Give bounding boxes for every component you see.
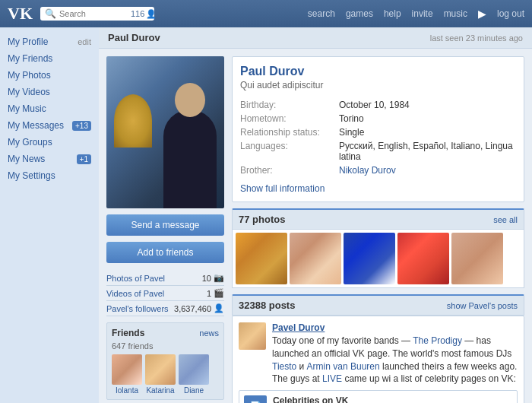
photos-section-bar: 77 photos see all [232, 208, 524, 230]
info-table: Birthday: October 10, 1984 Hometown: Tor… [240, 98, 516, 177]
person-head [175, 83, 205, 117]
friend-item-0: Iolanta [112, 354, 142, 395]
repost-title: Celebrities on VK [273, 395, 396, 403]
repost-page-icon: 📄 [244, 395, 267, 403]
profile-content: Send a message Add to friends Photos of … [99, 49, 532, 403]
info-relationship: Relationship status: Single [240, 125, 516, 139]
repost-card: 📄 Celebrities on VK Artists, Musicians a… [239, 390, 518, 403]
add-friends-button[interactable]: Add to friends [106, 242, 224, 263]
dome-decoration [114, 94, 152, 148]
search-bar: 🔍 116 👤 [40, 7, 154, 21]
content-area: Paul Durov last seen 23 minutes ago Send… [99, 27, 532, 403]
photo-thumb-0[interactable] [236, 233, 287, 284]
brother-value: Nikolay Durov [339, 165, 396, 176]
birthday-value: October 10, 1984 [339, 100, 410, 110]
friend-name-1: Katarina [145, 386, 176, 395]
sidebar-item-profile[interactable]: My Profile edit [0, 33, 99, 50]
post-meta: Pavel Durov Today one of my favorite ban… [272, 322, 518, 386]
vk-logo: VK [8, 4, 33, 24]
main-layout: My Profile edit My Friends My Photos My … [0, 27, 532, 403]
info-languages: Languages: Русский, English, Español, It… [240, 139, 516, 163]
friend-avatar-0 [112, 354, 142, 385]
birthday-label: Birthday: [240, 100, 339, 110]
sidebar-item-photos[interactable]: My Photos [0, 67, 99, 84]
friend-name-0: Iolanta [112, 386, 142, 395]
sidebar-item-messages[interactable]: My Messages +13 [0, 117, 99, 134]
camera-icon: 📷 [214, 273, 224, 283]
news-badge: +1 [77, 154, 91, 164]
posts-section-bar: 32388 posts show Pavel's posts [232, 294, 524, 316]
sidebar-item-videos[interactable]: My Videos [0, 84, 99, 100]
info-brother: Brother: Nikolay Durov [240, 163, 516, 177]
post-avatar [239, 322, 266, 350]
search-input[interactable] [59, 9, 128, 18]
sidebar-item-settings[interactable]: My Settings [0, 167, 99, 184]
posts-show-link[interactable]: show Pavel's posts [447, 301, 518, 310]
messages-badge: +13 [72, 121, 91, 131]
post-item-0: Pavel Durov Today one of my favorite ban… [233, 316, 524, 403]
sidebar-item-news[interactable]: My News +1 [0, 151, 99, 167]
nav-invite[interactable]: invite [412, 8, 433, 19]
nav-search[interactable]: search [308, 8, 335, 19]
prodigy-link[interactable]: The Prodigy [413, 335, 462, 346]
posts-title: 32388 posts [239, 300, 295, 311]
post-author-link[interactable]: Pavel Durov [272, 322, 325, 333]
stat-followers: Pavel's followers 3,637,460 👤 [106, 301, 224, 316]
nav-music[interactable]: music [444, 8, 467, 19]
friends-avatars: Iolanta Katarina Diane [112, 354, 219, 395]
stat-videos-value: 1 🎬 [207, 288, 224, 298]
sidebar-label-friends: My Friends [8, 53, 52, 64]
sidebar-item-groups[interactable]: My Groups [0, 134, 99, 151]
tiesto-link[interactable]: Tiesto [272, 361, 296, 372]
header: VK 🔍 116 👤 search games help invite musi… [0, 0, 532, 27]
nav-games[interactable]: games [346, 8, 373, 19]
play-icon[interactable]: ▶ [478, 8, 486, 20]
sidebar-item-music[interactable]: My Music [0, 100, 99, 117]
stat-photos: Photos of Pavel 10 📷 [106, 271, 224, 286]
photo-thumb-2[interactable] [344, 233, 395, 284]
photos-strip [232, 230, 524, 288]
friend-item-1: Katarina [145, 354, 176, 395]
brother-label: Brother: [240, 165, 339, 176]
profile-avatar [106, 56, 224, 208]
relationship-label: Relationship status: [240, 127, 339, 138]
photos-title: 77 photos [239, 214, 285, 225]
show-full-link[interactable]: Show full information [240, 183, 516, 194]
profile-display-name: Paul Durov [240, 65, 516, 78]
armin-link[interactable]: Armin van Buuren [307, 361, 380, 372]
photos-see-all-link[interactable]: see all [493, 215, 518, 224]
avatar-placeholder [106, 56, 224, 208]
send-message-button[interactable]: Send a message [106, 214, 224, 236]
friends-news-link[interactable]: news [199, 328, 219, 338]
sidebar-edit[interactable]: edit [78, 37, 91, 46]
stat-photos-label: Photos of Pavel [106, 274, 165, 283]
person-decoration [163, 109, 217, 208]
friend-name-2: Diane [179, 386, 209, 395]
photo-thumb-4[interactable] [451, 233, 503, 284]
stat-videos-label: Videos of Pavel [106, 289, 164, 298]
brother-link[interactable]: Nikolay Durov [339, 165, 396, 176]
stat-photos-value: 10 📷 [202, 273, 224, 283]
sidebar-item-friends[interactable]: My Friends [0, 50, 99, 67]
hometown-label: Hometown: [240, 113, 339, 124]
nav-help[interactable]: help [384, 8, 401, 19]
friends-section: Friends news 647 friends Iolanta Katarin… [106, 322, 224, 400]
live-link[interactable]: LIVE [322, 373, 342, 384]
user-count: 116 👤 [131, 9, 157, 19]
sidebar-label-settings: My Settings [8, 170, 55, 181]
photo-thumb-1[interactable] [290, 233, 341, 284]
nav-logout[interactable]: log out [497, 8, 524, 19]
photo-thumb-3[interactable] [397, 233, 449, 284]
friend-item-2: Diane [179, 354, 209, 395]
post-text: Today one of my favorite bands — The Pro… [272, 335, 518, 386]
search-icon: 🔍 [45, 8, 56, 19]
hometown-value: Torino [339, 113, 364, 124]
languages-label: Languages: [240, 141, 339, 162]
post-header: Pavel Durov Today one of my favorite ban… [239, 322, 518, 386]
sidebar-label-music: My Music [8, 103, 46, 114]
languages-value: Русский, English, Español, Italiano, Lin… [339, 141, 516, 162]
stat-followers-value: 3,637,460 👤 [174, 303, 224, 313]
friends-count: 647 friends [112, 341, 219, 351]
sidebar-label-groups: My Groups [8, 137, 52, 148]
right-column: Paul Durov Qui audet adipiscitur Birthda… [232, 56, 524, 403]
